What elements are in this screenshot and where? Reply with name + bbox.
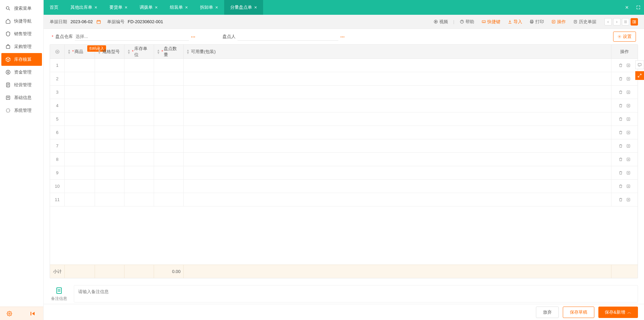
person-picker-icon[interactable]: ⋯ (340, 34, 345, 39)
row-delete-icon[interactable] (618, 144, 623, 148)
row-add-icon[interactable] (626, 197, 631, 202)
view-form-icon[interactable] (631, 18, 638, 26)
view-next-icon[interactable]: › (613, 18, 621, 26)
table-row[interactable]: 4 (50, 99, 638, 112)
row-delete-icon[interactable] (618, 197, 623, 202)
sidebar-collapse-icon[interactable] (31, 311, 37, 316)
operate-button[interactable]: 操作 (549, 19, 568, 25)
view-prev-icon[interactable]: ‹ (604, 18, 612, 26)
table-row[interactable]: 8 (50, 153, 638, 166)
row-add-icon[interactable] (626, 157, 631, 162)
col-product[interactable]: ▲▼*商品扫码录入 (65, 45, 95, 58)
sidebar-item-5[interactable]: 资金管理 (0, 66, 43, 79)
sidebar-item-8[interactable]: 系统管理 (0, 104, 43, 117)
tab-expand-button[interactable] (633, 0, 644, 15)
tab-close-icon[interactable]: ✕ (185, 5, 188, 10)
tab-close-icon[interactable]: ✕ (125, 5, 128, 10)
sidebar-item-4[interactable]: 库存核算 (1, 53, 42, 66)
svg-point-5 (6, 109, 10, 112)
table-row[interactable]: 1 (50, 59, 638, 72)
tab-1[interactable]: 其他出库单✕ (64, 0, 103, 15)
date-value[interactable]: 2023-06-02 (70, 19, 93, 24)
col-avail[interactable]: ▲▼可用量(包装) (184, 45, 611, 58)
row-delete-icon[interactable] (618, 63, 623, 67)
footer-bar: 放弃 保存草稿 保存&新增︿ (44, 304, 644, 320)
warehouse-picker-icon[interactable]: ⋯ (191, 34, 196, 39)
tab-close-button[interactable] (621, 0, 633, 15)
video-button[interactable]: 视频 (432, 19, 450, 25)
svg-rect-19 (635, 22, 636, 23)
col-qty[interactable]: ▲▼*盘点数量 (154, 45, 184, 58)
row-delete-icon[interactable] (618, 103, 623, 108)
calendar-icon[interactable] (96, 19, 101, 24)
note-input[interactable] (74, 285, 638, 303)
row-delete-icon[interactable] (618, 171, 623, 175)
row-index: 5 (50, 112, 65, 126)
row-delete-icon[interactable] (618, 90, 623, 94)
sidebar-item-6[interactable]: 经营管理 (0, 79, 43, 91)
table-row[interactable]: 9 (50, 166, 638, 180)
float-expand-icon[interactable] (635, 71, 644, 80)
tab-label: 其他出库单 (70, 4, 92, 10)
tab-close-icon[interactable]: ✕ (94, 5, 97, 10)
print-button[interactable]: 打印 (528, 19, 546, 25)
float-chat-icon[interactable] (635, 60, 644, 69)
row-add-icon[interactable] (626, 144, 631, 148)
tab-4[interactable]: 组装单✕ (164, 0, 194, 15)
row-add-icon[interactable] (626, 117, 631, 121)
tab-close-icon[interactable]: ✕ (215, 5, 218, 10)
row-add-icon[interactable] (626, 130, 631, 135)
col-spec[interactable]: ▲▼规格型号 (95, 45, 125, 58)
sidebar-item-1[interactable]: 快捷导航 (0, 15, 43, 28)
tab-6[interactable]: 分量盘点单✕ (224, 0, 263, 15)
svg-rect-15 (552, 20, 555, 23)
row-add-icon[interactable] (626, 103, 631, 108)
history-button[interactable]: 历史单据 (571, 19, 598, 25)
warehouse-input[interactable] (75, 33, 189, 41)
table-row[interactable]: 5 (50, 112, 638, 126)
settings-icon[interactable] (7, 311, 12, 316)
row-delete-icon[interactable] (618, 157, 623, 162)
shortcut-button[interactable]: 快捷键 (480, 19, 502, 25)
row-index: 4 (50, 99, 65, 112)
sidebar-item-7[interactable]: 基础信息 (0, 91, 43, 104)
import-button[interactable]: 导入 (506, 19, 524, 25)
row-add-icon[interactable] (626, 90, 631, 94)
view-list-icon[interactable] (622, 18, 629, 26)
header-bar: 单据日期 2023-06-02 单据编号 FD-20230602-001 视频 … (44, 15, 644, 29)
settings-button[interactable]: 设置 (613, 32, 636, 42)
tab-close-icon[interactable]: ✕ (155, 5, 158, 10)
row-delete-icon[interactable] (618, 117, 623, 121)
sidebar-item-label: 快捷导航 (14, 18, 32, 24)
table-row[interactable]: 11 (50, 193, 638, 207)
row-delete-icon[interactable] (618, 130, 623, 135)
row-add-icon[interactable] (626, 171, 631, 175)
save-draft-button[interactable]: 保存草稿 (563, 307, 594, 318)
table-row[interactable]: 6 (50, 126, 638, 139)
tab-0[interactable]: 首页 (44, 0, 64, 15)
table-row[interactable]: 3 (50, 86, 638, 99)
tab-3[interactable]: 调拨单✕ (134, 0, 164, 15)
row-add-icon[interactable] (626, 184, 631, 188)
row-add-icon[interactable] (626, 77, 631, 81)
svg-point-21 (57, 51, 58, 52)
chevron-up-icon: ︿ (627, 309, 632, 315)
row-add-icon[interactable] (626, 63, 631, 67)
row-delete-icon[interactable] (618, 184, 623, 188)
sidebar-item-3[interactable]: 采购管理 (0, 40, 43, 53)
discard-button[interactable]: 放弃 (536, 307, 559, 318)
tab-5[interactable]: 拆卸单✕ (194, 0, 224, 15)
sidebar-item-0[interactable]: 搜索菜单 (0, 2, 43, 15)
col-config-icon[interactable] (50, 45, 65, 58)
row-delete-icon[interactable] (618, 77, 623, 81)
table-row[interactable]: 7 (50, 139, 638, 153)
tab-2[interactable]: 要货单✕ (103, 0, 134, 15)
save-new-button[interactable]: 保存&新增︿ (598, 307, 638, 318)
sidebar-item-2[interactable]: 销售管理 (0, 28, 43, 40)
person-input[interactable] (238, 33, 338, 41)
table-row[interactable]: 10 (50, 180, 638, 193)
help-button[interactable]: 帮助 (458, 19, 476, 25)
table-row[interactable]: 2 (50, 72, 638, 86)
tab-close-icon[interactable]: ✕ (254, 5, 257, 10)
col-unit[interactable]: ▲▼*库存单位 (125, 45, 154, 58)
